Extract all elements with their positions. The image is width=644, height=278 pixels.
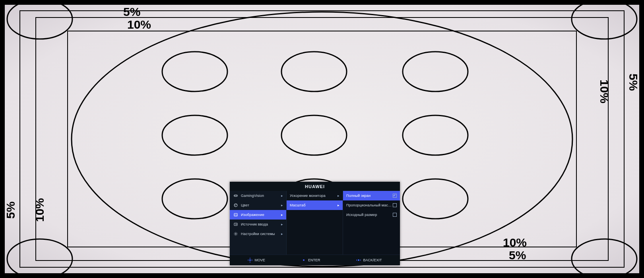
- overscan-label-left-10: 10%: [33, 198, 46, 222]
- gamepad-icon: [233, 193, 239, 198]
- menu-picture[interactable]: Изображение ▸: [230, 210, 286, 220]
- chevron-right-icon: ▸: [279, 232, 283, 236]
- overscan-label-right-10: 10%: [598, 80, 611, 103]
- option-label: Полный экран: [346, 194, 393, 198]
- overscan-label-left-5: 5%: [4, 202, 17, 219]
- chevron-right-icon: ▸: [279, 222, 283, 226]
- hint-label: MOVE: [254, 258, 265, 262]
- osd-title: HUAWEI: [230, 182, 400, 191]
- svg-rect-25: [234, 214, 237, 216]
- menu-input-source[interactable]: Источник ввода ▸: [230, 220, 286, 229]
- svg-point-20: [236, 195, 237, 196]
- menu-label: Настройки системы: [241, 232, 279, 236]
- overscan-label-bottom-5: 5%: [509, 249, 526, 262]
- submenu-label: Ускорение монитора: [290, 194, 336, 198]
- gear-icon: [233, 231, 239, 237]
- osd-footer: MOVE ENTER BACK/EXIT: [230, 255, 400, 265]
- menu-label: GamingVision: [241, 194, 279, 198]
- checkbox-icon: [393, 213, 397, 217]
- joystick-enter-icon: [301, 258, 306, 262]
- menu-system-settings[interactable]: Настройки системы ▸: [230, 229, 286, 239]
- chevron-right-icon: ▸: [279, 213, 283, 217]
- svg-point-21: [234, 204, 237, 207]
- chevron-right-icon: ▸: [336, 194, 339, 198]
- menu-label: Источник ввода: [241, 222, 279, 226]
- svg-point-27: [235, 233, 237, 235]
- checkbox-icon: [393, 194, 397, 198]
- hint-enter: ENTER: [301, 258, 320, 262]
- option-fullscreen[interactable]: Полный экран: [343, 191, 400, 200]
- osd-options: Полный экран Пропорциональный масштаб Ис…: [343, 191, 400, 255]
- joystick-back-icon: [356, 258, 361, 262]
- hint-label: ENTER: [308, 258, 320, 262]
- menu-label: Цвет: [241, 203, 279, 207]
- option-original-size[interactable]: Исходный размер: [343, 210, 400, 220]
- submenu-scale[interactable]: Масштаб ▸: [287, 200, 343, 210]
- input-icon: [233, 222, 239, 227]
- picture-icon: [233, 212, 239, 218]
- chevron-right-icon: ▸: [279, 203, 283, 207]
- overscan-label-right-5: 5%: [627, 74, 640, 91]
- hint-label: BACK/EXIT: [363, 258, 382, 262]
- hint-move: MOVE: [248, 258, 265, 262]
- chevron-right-icon: ▸: [336, 203, 339, 207]
- chevron-right-icon: ▸: [279, 194, 283, 198]
- submenu-label: Масштаб: [290, 203, 336, 207]
- submenu-overdrive[interactable]: Ускорение монитора ▸: [287, 191, 343, 200]
- overscan-label-top-5: 5%: [123, 5, 140, 18]
- overscan-label-bottom-10: 10%: [503, 236, 527, 249]
- option-label: Пропорциональный масштаб: [346, 203, 393, 207]
- osd-sub-menu: Ускорение монитора ▸ Масштаб ▸: [286, 191, 343, 255]
- svg-point-22: [235, 204, 235, 205]
- osd-menu: HUAWEI GamingVision ▸ Цвет ▸: [230, 182, 400, 265]
- osd-main-menu: GamingVision ▸ Цвет ▸ Изображение ▸: [230, 191, 286, 255]
- hint-back: BACK/EXIT: [356, 258, 382, 262]
- option-label: Исходный размер: [346, 213, 393, 217]
- menu-color[interactable]: Цвет ▸: [230, 200, 286, 210]
- option-proportional[interactable]: Пропорциональный масштаб: [343, 200, 400, 210]
- palette-icon: [233, 202, 239, 208]
- overscan-label-top-10: 10%: [127, 18, 151, 31]
- svg-point-24: [235, 206, 235, 206]
- monitor-screen: 5% 10% 10% 5% 5% 10% 10% 5% HUAWEI Gamin…: [4, 4, 640, 274]
- checkbox-icon: [393, 203, 397, 207]
- menu-gaming-vision[interactable]: GamingVision ▸: [230, 191, 286, 200]
- menu-label: Изображение: [241, 213, 279, 217]
- svg-rect-19: [234, 195, 238, 196]
- svg-point-23: [236, 204, 237, 205]
- joystick-move-icon: [248, 258, 252, 262]
